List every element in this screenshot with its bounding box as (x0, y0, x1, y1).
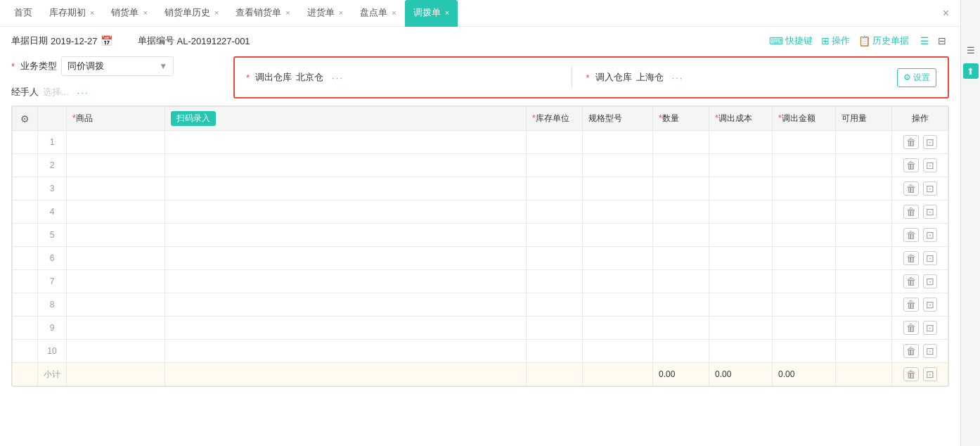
row-unit-cell[interactable] (527, 154, 583, 177)
tab-sales-history[interactable]: 销货单历史 × (156, 0, 227, 27)
tab-inventory-init[interactable]: 库存期初 × (41, 0, 103, 27)
row-cost-cell[interactable] (709, 293, 773, 317)
row-product-cell[interactable] (67, 177, 165, 200)
operator-placeholder[interactable]: 选择... (43, 86, 69, 98)
delete-icon[interactable]: 🗑 (903, 228, 919, 242)
business-type-select[interactable]: 同价调拨 ▼ (61, 56, 174, 76)
row-cost-cell[interactable] (709, 200, 773, 224)
row-qty-cell[interactable] (653, 177, 709, 200)
row-qty-cell[interactable] (653, 293, 709, 317)
history-button[interactable]: 📋 历史单据 (858, 34, 909, 47)
row-qty-cell[interactable] (653, 154, 709, 177)
row-unit-cell[interactable] (527, 293, 583, 317)
row-amount-cell[interactable] (773, 224, 836, 247)
row-qty-cell[interactable] (653, 270, 709, 293)
row-cost-cell[interactable] (709, 224, 773, 247)
tab-bar-close-all[interactable]: × (937, 7, 955, 20)
row-product-cell[interactable] (67, 131, 165, 154)
row-spec-cell[interactable] (583, 293, 653, 317)
row-cost-cell[interactable] (709, 154, 773, 177)
layout-grid-icon[interactable]: ⊟ (935, 34, 949, 48)
row-amount-cell[interactable] (773, 317, 836, 340)
row-unit-cell[interactable] (527, 200, 583, 224)
delete-icon[interactable]: 🗑 (903, 251, 919, 265)
row-amount-cell[interactable] (773, 154, 836, 177)
row-amount-cell[interactable] (773, 131, 836, 154)
copy-icon[interactable]: ⊡ (923, 158, 937, 172)
row-qty-cell[interactable] (653, 340, 709, 363)
row-spec-cell[interactable] (583, 200, 653, 224)
copy-icon[interactable]: ⊡ (923, 274, 937, 288)
row-unit-cell[interactable] (527, 131, 583, 154)
delete-icon[interactable]: 🗑 (903, 298, 919, 312)
row-qty-cell[interactable] (653, 200, 709, 224)
copy-icon[interactable]: ⊡ (923, 181, 937, 196)
row-spec-cell[interactable] (583, 340, 653, 363)
calendar-icon[interactable]: 📅 (101, 35, 112, 46)
delete-icon[interactable]: 🗑 (903, 344, 919, 358)
tab-transfer[interactable]: 调拨单 × (405, 0, 458, 27)
row-product-cell[interactable] (67, 200, 165, 224)
layout-list-icon[interactable]: ☰ (917, 34, 932, 48)
row-spec-cell[interactable] (583, 131, 653, 154)
copy-icon[interactable]: ⊡ (923, 344, 937, 358)
row-qty-cell[interactable] (653, 131, 709, 154)
shortcut-button[interactable]: ⌨ 快捷键 (769, 34, 813, 47)
row-product-cell[interactable] (67, 224, 165, 247)
row-cost-cell[interactable] (709, 177, 773, 200)
delete-icon[interactable]: 🗑 (903, 205, 919, 219)
tab-sales-order[interactable]: 销货单 × (103, 0, 155, 27)
row-product-cell[interactable] (67, 154, 165, 177)
tab-sales-history-close[interactable]: × (214, 8, 219, 17)
row-spec-cell[interactable] (583, 177, 653, 200)
delete-icon[interactable]: 🗑 (903, 135, 919, 149)
row-spec-cell[interactable] (583, 270, 653, 293)
tab-view-sales[interactable]: 查看销货单 × (227, 0, 298, 27)
row-unit-cell[interactable] (527, 224, 583, 247)
copy-icon[interactable]: ⊡ (923, 367, 937, 381)
tab-transfer-close[interactable]: × (445, 8, 449, 17)
col-gear-header[interactable]: ⚙ (13, 107, 38, 131)
copy-icon[interactable]: ⊡ (923, 135, 937, 149)
row-product-cell[interactable] (67, 317, 165, 340)
row-amount-cell[interactable] (773, 177, 836, 200)
row-unit-cell[interactable] (527, 317, 583, 340)
row-cost-cell[interactable] (709, 317, 773, 340)
row-product-cell[interactable] (67, 340, 165, 363)
settings-button[interactable]: ⚙ 设置 (897, 68, 936, 87)
row-qty-cell[interactable] (653, 317, 709, 340)
out-warehouse-dots[interactable]: ··· (332, 72, 344, 83)
row-amount-cell[interactable] (773, 200, 836, 224)
copy-icon[interactable]: ⊡ (923, 321, 937, 335)
copy-icon[interactable]: ⊡ (923, 228, 937, 242)
delete-icon[interactable]: 🗑 (903, 181, 919, 196)
tab-inventory[interactable]: 盘点单 × (352, 0, 404, 27)
delete-icon[interactable]: 🗑 (903, 274, 919, 288)
tab-inventory-init-close[interactable]: × (90, 8, 94, 17)
row-cost-cell[interactable] (709, 270, 773, 293)
row-product-cell[interactable] (67, 270, 165, 293)
row-qty-cell[interactable] (653, 224, 709, 247)
row-spec-cell[interactable] (583, 317, 653, 340)
tab-sales-order-close[interactable]: × (143, 8, 147, 17)
row-spec-cell[interactable] (583, 247, 653, 270)
delete-icon[interactable]: 🗑 (903, 321, 919, 335)
scan-button[interactable]: 扫码录入 (171, 111, 216, 126)
tab-view-sales-close[interactable]: × (285, 8, 290, 17)
operator-dots[interactable]: ··· (77, 87, 89, 98)
row-product-cell[interactable] (67, 247, 165, 270)
row-cost-cell[interactable] (709, 247, 773, 270)
row-amount-cell[interactable] (773, 293, 836, 317)
row-cost-cell[interactable] (709, 131, 773, 154)
tab-home[interactable]: 首页 (6, 0, 41, 27)
row-unit-cell[interactable] (527, 177, 583, 200)
row-unit-cell[interactable] (527, 340, 583, 363)
tab-inventory-close[interactable]: × (392, 8, 396, 17)
sidebar-list-icon[interactable]: ☰ (963, 42, 979, 58)
row-unit-cell[interactable] (527, 270, 583, 293)
row-qty-cell[interactable] (653, 247, 709, 270)
row-cost-cell[interactable] (709, 340, 773, 363)
row-unit-cell[interactable] (527, 247, 583, 270)
delete-icon[interactable]: 🗑 (903, 367, 919, 381)
row-spec-cell[interactable] (583, 224, 653, 247)
